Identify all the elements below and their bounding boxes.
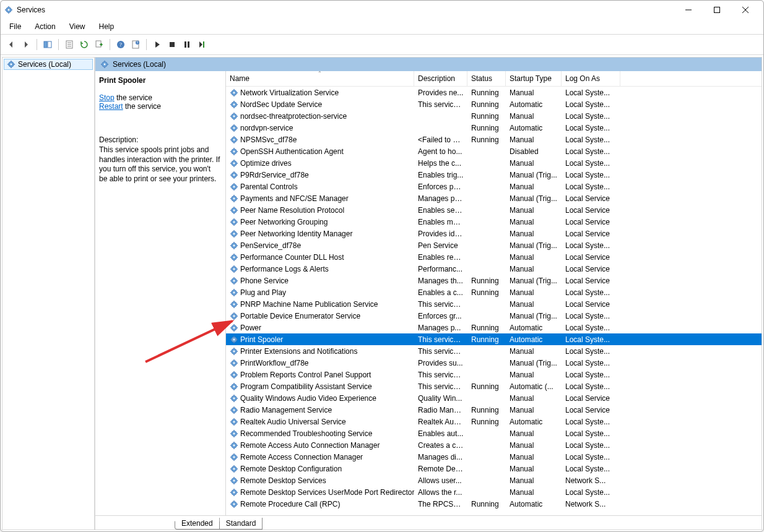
service-name: Print Spooler (240, 335, 283, 344)
restart-service-link[interactable]: Restart (99, 102, 123, 111)
stop-service-button[interactable] (165, 38, 179, 51)
gear-icon (230, 241, 238, 250)
service-startup-type: Manual (506, 112, 562, 121)
service-row[interactable]: Peer Name Resolution ProtocolEnables ser… (226, 204, 762, 216)
service-row[interactable]: Recommended Troubleshooting ServiceEnabl… (226, 427, 762, 439)
service-row[interactable]: Optimize drivesHelps the c...ManualLocal… (226, 157, 762, 169)
close-button[interactable] (731, 1, 760, 19)
service-row[interactable]: NordSec Update ServiceThis service ...Ru… (226, 98, 762, 110)
menu-action[interactable]: Action (32, 21, 58, 32)
refresh-button[interactable] (77, 38, 91, 51)
service-row[interactable]: Portable Device Enumerator ServiceEnforc… (226, 310, 762, 322)
service-row[interactable]: Parental ControlsEnforces pa...ManualLoc… (226, 181, 762, 192)
tree-item-services-local[interactable]: Services (Local) (4, 59, 93, 70)
service-row[interactable]: Performance Logs & AlertsPerformanc...Ma… (226, 263, 762, 275)
service-row[interactable]: Remote Access Connection ManagerManages … (226, 451, 762, 463)
service-startup-type: Disabled (506, 147, 562, 156)
service-row[interactable]: PrintWorkflow_df78eProvides su...Manual … (226, 357, 762, 369)
list-body[interactable]: Network Virtualization ServiceProvides n… (226, 87, 762, 515)
service-row[interactable]: NPSMSvc_df78e<Failed to R...RunningManua… (226, 134, 762, 145)
service-row[interactable]: Performance Counter DLL HostEnables rem.… (226, 251, 762, 263)
service-row[interactable]: Remote Desktop ServicesAllows user...Man… (226, 474, 762, 486)
service-logon: Local Service (562, 300, 620, 309)
service-name: Remote Procedure Call (RPC) (240, 500, 340, 508)
svg-rect-10 (96, 41, 101, 47)
col-log-on-as[interactable]: Log On As (562, 71, 620, 86)
back-button[interactable] (4, 38, 18, 51)
service-row[interactable]: Remote Desktop ConfigurationRemote Des..… (226, 463, 762, 474)
service-startup-type: Manual (506, 182, 562, 191)
service-row[interactable]: PenService_df78ePen ServiceManual (Trig.… (226, 239, 762, 251)
service-row[interactable]: nordvpn-serviceRunningAutomaticLocal Sys… (226, 122, 762, 134)
col-name[interactable]: Name⌃ (226, 71, 414, 86)
description-pane: Print Spooler Stop the service Restart t… (95, 71, 225, 515)
tab-extended[interactable]: Extended (175, 518, 220, 530)
service-row[interactable]: Quality Windows Audio Video ExperienceQu… (226, 392, 762, 404)
stop-service-link[interactable]: Stop (99, 93, 115, 102)
service-row[interactable]: Printer Extensions and NotificationsThis… (226, 345, 762, 357)
service-logon: Local Syste... (562, 429, 620, 438)
service-row[interactable]: Radio Management ServiceRadio Mana...Run… (226, 404, 762, 416)
service-logon: Local Syste... (562, 124, 620, 132)
service-row[interactable]: Remote Desktop Services UserMode Port Re… (226, 486, 762, 498)
service-row[interactable]: nordsec-threatprotection-serviceRunningM… (226, 110, 762, 122)
service-row[interactable]: Network Virtualization ServiceProvides n… (226, 87, 762, 98)
gear-icon (230, 206, 238, 215)
properties-button[interactable] (63, 38, 76, 51)
menu-view[interactable]: View (67, 21, 88, 32)
col-description[interactable]: Description (414, 71, 467, 86)
tab-standard[interactable]: Standard (219, 518, 263, 530)
service-name: Recommended Troubleshooting Service (240, 429, 372, 438)
start-service-button[interactable] (150, 38, 164, 51)
minimize-button[interactable] (674, 1, 703, 19)
service-status: Running (467, 288, 506, 297)
service-logon: Local Syste... (562, 488, 620, 497)
service-logon: Local Service (562, 194, 620, 203)
service-logon: Local Syste... (562, 418, 620, 426)
service-row[interactable]: PNRP Machine Name Publication ServiceThi… (226, 298, 762, 310)
service-row[interactable]: PowerManages p...RunningAutomaticLocal S… (226, 322, 762, 333)
gear-icon (230, 100, 238, 109)
service-row[interactable]: Remote Procedure Call (RPC)The RPCSS s..… (226, 498, 762, 510)
service-row[interactable]: Peer Networking Identity ManagerProvides… (226, 228, 762, 239)
service-row[interactable]: Payments and NFC/SE ManagerManages pa...… (226, 192, 762, 204)
pause-service-button[interactable] (180, 38, 194, 51)
service-name: Remote Access Connection Manager (240, 453, 363, 461)
service-name: OpenSSH Authentication Agent (240, 147, 344, 156)
gear-icon (230, 124, 238, 132)
service-row[interactable]: Print SpoolerThis service ...RunningAuto… (226, 333, 762, 345)
service-row[interactable]: Realtek Audio Universal ServiceRealtek A… (226, 416, 762, 427)
service-row[interactable]: Problem Reports Control Panel SupportThi… (226, 369, 762, 380)
service-row[interactable]: OpenSSH Authentication AgentAgent to ho.… (226, 145, 762, 157)
show-hide-tree-button[interactable] (41, 38, 54, 51)
service-name: Portable Device Enumerator Service (240, 312, 360, 320)
menu-help[interactable]: Help (97, 21, 117, 32)
window-title: Services (17, 6, 45, 14)
service-row[interactable]: Peer Networking GroupingEnables mul...Ma… (226, 216, 762, 228)
service-row[interactable]: Phone ServiceManages th...RunningManual … (226, 275, 762, 286)
service-row[interactable]: P9RdrService_df78eEnables trig...Manual … (226, 169, 762, 181)
help-button[interactable]: ? (114, 38, 128, 51)
service-logon: Local Syste... (562, 288, 620, 297)
help-topics-button[interactable]: ? (129, 38, 142, 51)
restart-service-button[interactable] (195, 38, 209, 51)
forward-button[interactable] (19, 38, 33, 51)
service-name: Parental Controls (240, 182, 298, 191)
service-status: Running (467, 112, 506, 121)
service-startup-type: Manual (506, 218, 562, 226)
gear-icon (230, 147, 238, 156)
menu-file[interactable]: File (7, 21, 24, 32)
col-status[interactable]: Status (467, 71, 506, 86)
gear-icon (7, 60, 15, 69)
service-row[interactable]: Plug and PlayEnables a c...RunningManual… (226, 286, 762, 298)
service-startup-type: Manual (506, 406, 562, 414)
col-startup-type[interactable]: Startup Type (506, 71, 562, 86)
service-name: PNRP Machine Name Publication Service (240, 300, 378, 309)
service-row[interactable]: Program Compatibility Assistant ServiceT… (226, 380, 762, 392)
service-startup-type: Manual (506, 159, 562, 168)
maximize-button[interactable] (703, 1, 731, 19)
gear-icon (230, 476, 238, 485)
gear-icon (230, 406, 238, 414)
service-row[interactable]: Remote Access Auto Connection ManagerCre… (226, 439, 762, 451)
export-list-button[interactable] (92, 38, 106, 51)
